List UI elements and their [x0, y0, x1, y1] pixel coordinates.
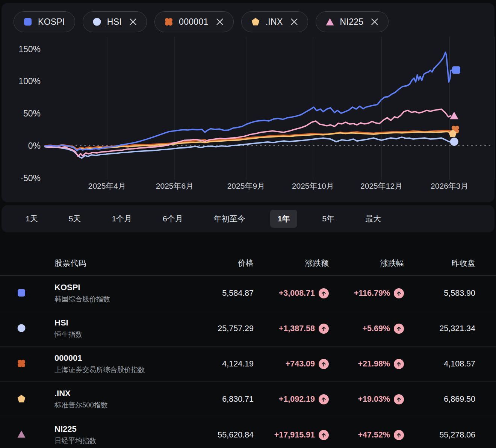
- clover-icon: [15, 359, 54, 369]
- y-axis-tick: -50%: [8, 173, 41, 183]
- symbol: .INX: [54, 389, 178, 398]
- close-icon[interactable]: [129, 18, 137, 26]
- close-icon[interactable]: [290, 18, 298, 26]
- up-arrow-icon: [394, 430, 404, 440]
- up-arrow-icon: [319, 430, 329, 440]
- chip-.INX[interactable]: .INX: [241, 11, 308, 32]
- table-header-row: 股票代码 价格 涨跌额 涨跌幅 昨收盘: [0, 250, 496, 276]
- header-prev-close: 昨收盘: [404, 258, 475, 268]
- x-axis-tick: 2025年12月: [348, 181, 415, 191]
- chip-KOSPI[interactable]: KOSPI: [14, 11, 75, 32]
- up-arrow-icon: [394, 394, 404, 404]
- price-cell: 6,830.71: [178, 395, 254, 404]
- chip-label: NI225: [340, 17, 364, 27]
- change-cell: +1,387.58: [254, 324, 329, 334]
- change-value: +21.98%: [358, 359, 390, 369]
- prev-close-cell: 55,278.06: [404, 430, 475, 440]
- chip-000001[interactable]: 000001: [154, 11, 234, 32]
- change-value: +5.69%: [362, 324, 390, 333]
- quotes-table: 股票代码 价格 涨跌额 涨跌幅 昨收盘 KOSPI韩国综合股价指数5,584.8…: [0, 250, 496, 448]
- change-pct-cell: +21.98%: [329, 359, 404, 369]
- range-6个月[interactable]: 6个月: [157, 210, 189, 228]
- chart-card: KOSPIHSI000001.INXNI225 150%100%50%0%-50…: [2, 3, 494, 202]
- chip-label: 000001: [179, 17, 209, 27]
- table-row-.INX[interactable]: .INX标准普尔500指数6,830.71+1,092.19+19.03%6,8…: [0, 382, 496, 417]
- range-年初至今[interactable]: 年初至今: [208, 210, 251, 228]
- clover-icon: [165, 18, 173, 26]
- change-value: +19.03%: [358, 395, 390, 404]
- y-axis-tick: 100%: [8, 76, 41, 86]
- change-cell: +17,915.91: [254, 430, 329, 440]
- table-row-000001[interactable]: 000001上海证券交易所综合股价指数4,124.19+743.09+21.98…: [0, 347, 496, 382]
- up-arrow-icon: [394, 359, 404, 369]
- x-axis-tick: 2025年4月: [73, 181, 141, 191]
- table-row-HSI[interactable]: HSI恒生指数25,757.29+1,387.58+5.69%25,321.34: [0, 311, 496, 347]
- chip-HSI[interactable]: HSI: [83, 11, 147, 32]
- prev-close-cell: 5,583.90: [404, 289, 475, 298]
- range-5年[interactable]: 5年: [316, 210, 340, 228]
- table-row-KOSPI[interactable]: KOSPI韩国综合股价指数5,584.87+3,008.71+116.79%5,…: [0, 276, 496, 311]
- y-axis-tick: 50%: [8, 108, 41, 119]
- close-icon[interactable]: [371, 18, 378, 26]
- header-symbol: 股票代码: [54, 258, 178, 268]
- triangle-icon: [15, 430, 54, 440]
- symbol-cell: .INX标准普尔500指数: [54, 389, 178, 409]
- square-icon: [15, 289, 54, 298]
- change-value: +17,915.91: [274, 430, 315, 440]
- symbol: HSI: [54, 319, 178, 327]
- up-arrow-icon: [319, 324, 329, 334]
- change-pct-cell: +19.03%: [329, 394, 404, 404]
- index-name: 日经平均指数: [54, 437, 178, 445]
- symbol-chips: KOSPIHSI000001.INXNI225: [14, 11, 389, 32]
- x-axis-tick: 2025年6月: [141, 181, 209, 191]
- prev-close-cell: 25,321.34: [404, 324, 475, 333]
- range-1天[interactable]: 1天: [20, 210, 44, 228]
- change-pct-cell: +5.69%: [329, 324, 404, 334]
- pentagon-icon: [251, 18, 260, 26]
- time-range-card: 1天5天1个月6个月年初至今1年5年最大: [2, 205, 494, 232]
- symbol-cell: 000001上海证券交易所综合股价指数: [54, 354, 178, 374]
- change-value: +743.09: [286, 359, 315, 369]
- header-price: 价格: [178, 258, 254, 268]
- up-arrow-icon: [319, 288, 329, 298]
- prev-close-cell: 6,869.50: [404, 395, 475, 404]
- change-cell: +1,092.19: [254, 394, 329, 404]
- x-axis-tick: 2025年9月: [212, 181, 280, 191]
- symbol-cell: KOSPI韩国综合股价指数: [54, 283, 178, 303]
- range-最大[interactable]: 最大: [359, 210, 387, 228]
- index-name: 标准普尔500指数: [54, 401, 178, 409]
- prev-close-cell: 4,108.57: [404, 359, 475, 369]
- symbol: KOSPI: [54, 283, 178, 292]
- chip-label: .INX: [266, 17, 283, 27]
- chip-label: KOSPI: [38, 17, 65, 27]
- chip-NI225[interactable]: NI225: [316, 11, 389, 32]
- change-value: +47.52%: [358, 430, 390, 440]
- up-arrow-icon: [394, 288, 404, 298]
- symbol-cell: HSI恒生指数: [54, 319, 178, 338]
- symbol: NI225: [54, 425, 178, 433]
- change-cell: +743.09: [254, 359, 329, 369]
- table-row-NI225[interactable]: NI225日经平均指数55,620.84+17,915.91+47.52%55,…: [0, 417, 496, 448]
- up-arrow-icon: [394, 324, 404, 334]
- range-1年[interactable]: 1年: [270, 210, 298, 228]
- range-1个月[interactable]: 1个月: [106, 210, 138, 228]
- change-value: +3,008.71: [279, 289, 315, 298]
- table-body: KOSPI韩国综合股价指数5,584.87+3,008.71+116.79%5,…: [0, 276, 496, 448]
- price-cell: 55,620.84: [178, 430, 254, 440]
- index-name: 韩国综合股价指数: [54, 295, 178, 303]
- index-name: 上海证券交易所综合股价指数: [54, 366, 178, 374]
- change-pct-cell: +47.52%: [329, 430, 404, 440]
- header-change: 涨跌额: [254, 258, 329, 268]
- up-arrow-icon: [319, 359, 329, 369]
- pentagon-icon: [15, 395, 54, 404]
- time-range-selector: 1天5天1个月6个月年初至今1年5年最大: [20, 205, 387, 232]
- header-change-pct: 涨跌幅: [329, 258, 404, 268]
- y-axis-tick: 0%: [8, 141, 41, 151]
- circle-icon: [93, 18, 101, 26]
- price-cell: 25,757.29: [178, 324, 254, 333]
- triangle-icon: [326, 18, 334, 26]
- change-pct-cell: +116.79%: [329, 288, 404, 298]
- close-icon[interactable]: [216, 18, 224, 26]
- range-5天[interactable]: 5天: [63, 210, 87, 228]
- change-value: +1,092.19: [279, 395, 315, 404]
